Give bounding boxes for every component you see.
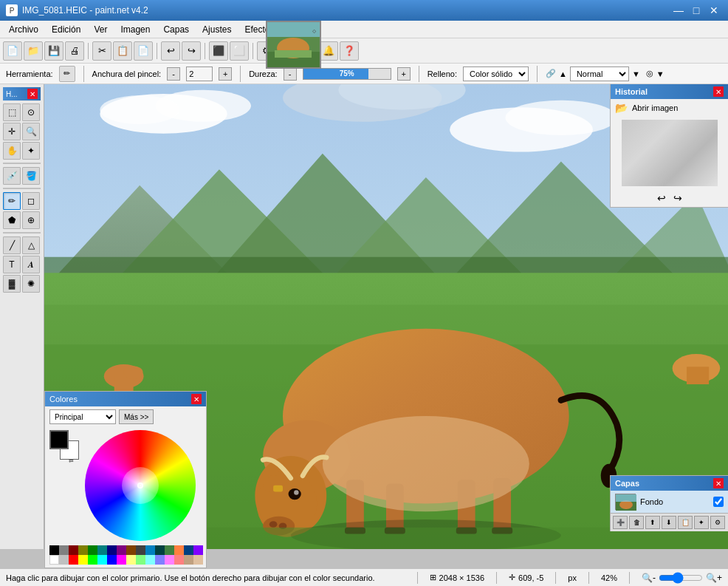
palette-color-white[interactable]: [49, 555, 59, 565]
toolbar-cut[interactable]: ✂: [92, 41, 111, 61]
toolbar-btn-9[interactable]: ❓: [340, 41, 359, 61]
toolbar-crop[interactable]: ⬛: [209, 41, 228, 61]
history-redo-btn[interactable]: ↪: [673, 192, 682, 204]
brush-size-increase[interactable]: +: [219, 67, 232, 81]
palette-color-lightsalmon[interactable]: [174, 555, 184, 565]
history-undo-btn[interactable]: ↩: [657, 192, 666, 204]
blend-mode-dropdown[interactable]: Normal Multiplicar Pantalla: [570, 67, 629, 81]
palette-color-darkteal[interactable]: [155, 545, 165, 555]
palette-color-darkblue[interactable]: [184, 545, 193, 555]
color-wheel-container[interactable]: [85, 430, 196, 541]
toolbar-copy[interactable]: 📋: [113, 41, 132, 61]
tool-line[interactable]: ╱: [3, 236, 21, 254]
layer-delete-btn[interactable]: 🗑: [629, 516, 644, 529]
palette-color-violet[interactable]: [193, 545, 203, 555]
menu-ajustes[interactable]: Ajustes: [196, 23, 237, 36]
toolbar-redo[interactable]: ↪: [182, 41, 201, 61]
palette-color-black[interactable]: [49, 545, 59, 555]
color-wheel[interactable]: [85, 430, 196, 541]
palette-color-blue2[interactable]: [145, 545, 155, 555]
tool-pencil[interactable]: ✏: [3, 192, 21, 210]
palette-color-lightblue[interactable]: [155, 555, 165, 565]
tool-magic-wand[interactable]: ✦: [22, 142, 40, 160]
zoom-slider[interactable]: [659, 572, 703, 584]
zoom-in-btn[interactable]: 🔍+: [706, 573, 722, 583]
minimize-button[interactable]: —: [670, 3, 687, 18]
history-item-open[interactable]: 📂 Abrir imagen: [611, 99, 728, 117]
tool-lasso[interactable]: ⊙: [22, 103, 40, 121]
toolbar-open[interactable]: 📁: [24, 41, 43, 61]
palette-color-silver[interactable]: [59, 555, 69, 565]
palette-color-lightgreen[interactable]: [136, 555, 145, 565]
layer-visibility-fondo[interactable]: [713, 497, 724, 507]
tool-text[interactable]: T: [3, 256, 21, 273]
layer-dup-btn[interactable]: 📋: [678, 516, 693, 529]
toolbar-new[interactable]: 📄: [3, 41, 22, 61]
palette-color-lightcyan[interactable]: [145, 555, 155, 565]
toolbar-print[interactable]: 🖨: [65, 41, 84, 61]
palette-color-darkred[interactable]: [69, 545, 78, 555]
palette-color-teal[interactable]: [97, 545, 107, 555]
tool-eraser[interactable]: ◻: [22, 192, 40, 210]
layer-merge-btn[interactable]: ✦: [694, 516, 709, 529]
hardness-increase[interactable]: +: [397, 67, 411, 81]
hardness-decrease[interactable]: -: [284, 67, 297, 81]
fill-dropdown[interactable]: Color sólido Sin relleno Degradado: [463, 67, 529, 81]
palette-color-darkgreen[interactable]: [88, 545, 97, 555]
palette-color-lime[interactable]: [88, 555, 97, 565]
colors-panel-close[interactable]: ✕: [191, 394, 202, 404]
tools-panel-close[interactable]: ✕: [27, 89, 38, 99]
palette-color-lightmagenta[interactable]: [165, 555, 174, 565]
menu-capas[interactable]: Capas: [157, 23, 195, 36]
menu-edicion[interactable]: Edición: [46, 23, 86, 36]
palette-color-gray[interactable]: [59, 545, 69, 555]
toolbar-resize[interactable]: ⬜: [230, 41, 249, 61]
palette-color-green2[interactable]: [165, 545, 174, 555]
layer-item-fondo[interactable]: Fondo: [611, 491, 728, 513]
palette-color-blue[interactable]: [107, 555, 117, 565]
toolbar-save[interactable]: 💾: [44, 41, 63, 61]
layer-up-btn[interactable]: ⬆: [645, 516, 660, 529]
menu-ver[interactable]: Ver: [88, 23, 113, 36]
palette-color-darkgray[interactable]: [136, 545, 145, 555]
tool-move[interactable]: ✛: [3, 123, 21, 140]
palette-color-navy[interactable]: [107, 545, 117, 555]
palette-color-brown[interactable]: [126, 545, 136, 555]
tool-hand[interactable]: ✋: [3, 142, 21, 160]
menu-imagen[interactable]: Imagen: [114, 23, 156, 36]
tool-paint-bucket[interactable]: 🪣: [22, 167, 40, 185]
color-channel-select[interactable]: Principal Secundario: [49, 409, 116, 424]
menu-archivo[interactable]: Archivo: [3, 23, 44, 36]
tool-zoom[interactable]: 🔍: [22, 123, 40, 140]
tool-gradient[interactable]: ▓: [3, 275, 21, 293]
tool-brush[interactable]: ⬟: [3, 211, 21, 229]
palette-color-purple[interactable]: [117, 545, 126, 555]
palette-color-magenta[interactable]: [117, 555, 126, 565]
toolbar-undo[interactable]: ↩: [161, 41, 180, 61]
swap-icon[interactable]: ⇄: [69, 457, 74, 464]
maximize-button[interactable]: □: [688, 3, 704, 18]
palette-color-orange[interactable]: [174, 545, 184, 555]
palette-color-olive[interactable]: [78, 545, 88, 555]
tool-rect-select[interactable]: ⬚: [3, 103, 21, 121]
palette-color-tan[interactable]: [184, 555, 193, 565]
toolbar-paste[interactable]: 📄: [134, 41, 153, 61]
fg-color-swatch[interactable]: [49, 430, 69, 449]
history-panel-close[interactable]: ✕: [713, 86, 724, 97]
layer-prop-btn[interactable]: ⚙: [710, 516, 725, 529]
layer-down-btn[interactable]: ⬇: [662, 516, 676, 529]
layers-panel-close[interactable]: ✕: [713, 478, 724, 488]
hardness-bar[interactable]: 75%: [303, 68, 391, 80]
layer-add-btn[interactable]: ➕: [613, 516, 628, 529]
brush-size-decrease[interactable]: -: [167, 67, 180, 81]
close-button[interactable]: ✕: [706, 3, 722, 18]
zoom-out-btn[interactable]: 🔍-: [642, 573, 656, 583]
palette-color-yellow[interactable]: [78, 555, 88, 565]
tool-text-alt[interactable]: 𝑨: [22, 256, 40, 273]
palette-color-red[interactable]: [69, 555, 78, 565]
brush-size-input[interactable]: 2: [186, 67, 213, 81]
palette-color-lightyellow[interactable]: [126, 555, 136, 565]
tool-color-picker[interactable]: 💉: [3, 167, 21, 185]
palette-color-wheat[interactable]: [193, 555, 203, 565]
tool-shapes[interactable]: △: [22, 236, 40, 254]
